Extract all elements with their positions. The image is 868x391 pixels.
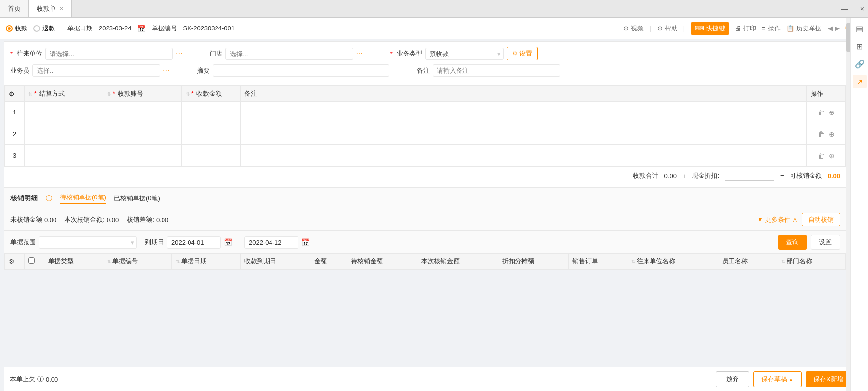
restore-icon[interactable]: □: [852, 5, 856, 13]
summary-field: 摘要: [197, 64, 389, 77]
stats-row: 未核销金额 0.00 本次核销金额: 0.00 核销差额: 0.00 ▼ 更多条…: [4, 209, 846, 230]
table-gear-icon[interactable]: ⚙: [9, 90, 15, 98]
history-btn[interactable]: 📋 历史单据: [787, 24, 822, 33]
diff-value: 0.00: [156, 216, 168, 223]
radio-receipt-dot: [6, 25, 13, 32]
date-icon[interactable]: 📅: [137, 25, 146, 32]
range-field: 单据范围: [10, 236, 137, 249]
counterpart-input[interactable]: [45, 48, 173, 60]
bottom-right: 放弃 保存草稿 ▲ 保存&新增 ▲: [716, 371, 858, 387]
store-more-icon[interactable]: ···: [356, 49, 362, 58]
table-gear-icon-2[interactable]: ⚙: [9, 258, 15, 265]
sidebar-grid-icon[interactable]: ⊞: [853, 39, 867, 53]
row-3-copy-icon[interactable]: ⊕: [829, 152, 835, 160]
salesman-more-icon[interactable]: ···: [163, 66, 169, 75]
row-1-remark[interactable]: [241, 102, 807, 123]
help-btn[interactable]: ⊙ 帮助: [657, 24, 678, 33]
query-button[interactable]: 查询: [778, 235, 807, 250]
pending-tab[interactable]: 待核销单据(0笔): [60, 193, 106, 204]
operation-btn[interactable]: ≡ 操作: [762, 24, 781, 33]
row-2-action: 🗑 ⊕: [807, 123, 846, 145]
row-3-amount[interactable]: [182, 145, 241, 167]
row-3-account[interactable]: [103, 145, 182, 167]
row-3-settle[interactable]: [25, 145, 103, 167]
next-icon[interactable]: ▶: [835, 25, 840, 32]
row-3-delete-icon[interactable]: 🗑: [818, 152, 825, 160]
date-to-input[interactable]: [244, 236, 298, 249]
date-value: 2023-03-24: [99, 25, 132, 32]
row-1-amount[interactable]: [182, 102, 241, 123]
sidebar-table-icon[interactable]: ▤: [853, 22, 867, 35]
close-icon[interactable]: ×: [860, 5, 864, 13]
store-input[interactable]: [225, 48, 353, 60]
verification-table: ⚙ 单据类型 ⇅ 单据编号 ⇅: [4, 253, 846, 269]
tab-home[interactable]: 首页: [0, 0, 29, 17]
tab-receipt[interactable]: 收款单 ×: [29, 0, 72, 17]
discount-input[interactable]: [725, 171, 774, 181]
plus-sign: +: [682, 172, 686, 180]
settings-button[interactable]: ⚙ ⚙ 设置 设置: [507, 47, 538, 60]
row-2-amount[interactable]: [182, 123, 241, 145]
row-2-remark[interactable]: [241, 123, 807, 145]
calendar-from-icon[interactable]: 📅: [224, 238, 232, 246]
shortcut-label: 快捷键: [706, 24, 725, 33]
row-1-delete-icon[interactable]: 🗑: [818, 109, 825, 116]
row-2-delete-icon[interactable]: 🗑: [818, 130, 825, 138]
date-label: 单据日期: [67, 24, 93, 33]
row-2-settle[interactable]: [25, 123, 103, 145]
filter-settings-button[interactable]: 设置: [811, 235, 840, 250]
number-col-header: ⇅ 单据编号: [103, 254, 172, 269]
this-time-stat: 本次核销金额: 0.00: [64, 215, 119, 224]
select-all-checkbox[interactable]: [28, 257, 35, 264]
save-draft-label: 保存草稿: [761, 375, 787, 384]
more-filter-btn[interactable]: ▼ 更多条件 ∧: [757, 215, 798, 224]
row-1-copy-icon[interactable]: ⊕: [829, 109, 835, 116]
remark-input[interactable]: [433, 64, 560, 77]
tab-close-icon[interactable]: ×: [60, 5, 63, 12]
sidebar-link-icon[interactable]: 🔗: [853, 57, 867, 71]
biz-type-select[interactable]: 预收款: [425, 48, 504, 60]
video-btn[interactable]: ⊙ 视频: [624, 24, 644, 33]
stat-info-icon[interactable]: ⓘ: [37, 375, 44, 384]
auto-verify-btn[interactable]: 自动核销: [802, 213, 840, 226]
filter-right: 查询 设置: [778, 235, 840, 250]
minimize-icon[interactable]: —: [841, 5, 848, 13]
remark-label: 备注: [417, 66, 430, 75]
prev-icon[interactable]: ◀: [828, 25, 833, 32]
sidebar-expand-icon[interactable]: ↗: [853, 75, 867, 88]
dept-col-header: ⇅ 部门名称: [777, 254, 846, 269]
row-2-account[interactable]: [103, 123, 182, 145]
employee-col-header: 员工名称: [718, 254, 777, 269]
scroll-thumb[interactable]: [846, 23, 850, 52]
calendar-to-icon[interactable]: 📅: [301, 238, 310, 246]
verification-info-icon[interactable]: ⓘ: [46, 194, 52, 203]
done-tab[interactable]: 已核销单据(0笔): [114, 194, 160, 203]
help-icon: ⊙: [657, 25, 663, 32]
settle-col-header: ⇅ * 结算方式: [25, 86, 103, 102]
gear-col-header[interactable]: ⚙: [5, 86, 25, 102]
date-from-input[interactable]: [167, 236, 221, 249]
date-col-header: ⇅ 单据日期: [171, 254, 240, 269]
print-btn[interactable]: 🖨 打印: [735, 24, 756, 33]
counterpart-more-icon[interactable]: ···: [176, 49, 182, 58]
radio-refund[interactable]: 退款: [33, 24, 55, 33]
bottom-stat: 本单上欠 ⓘ 0.00: [10, 375, 58, 384]
table-row: 1 🗑 ⊕: [5, 102, 846, 123]
row-2-copy-icon[interactable]: ⊕: [829, 130, 835, 138]
tab-home-label: 首页: [8, 4, 21, 13]
net-label: 可核销金额: [790, 171, 822, 180]
row-3-remark[interactable]: [241, 145, 807, 167]
range-select[interactable]: [39, 236, 137, 249]
summary-input[interactable]: [213, 64, 389, 77]
amount-col-header: ⇅ * 收款金额: [182, 86, 241, 102]
pending-col-header: 待核销金额: [347, 254, 417, 269]
shortcut-btn[interactable]: ⌨ 快捷键: [691, 22, 729, 35]
save-draft-button[interactable]: 保存草稿 ▲: [753, 371, 802, 387]
salesman-input[interactable]: [32, 64, 160, 77]
row-1-account[interactable]: [103, 102, 182, 123]
radio-receipt[interactable]: 收款: [6, 24, 27, 33]
abandon-button[interactable]: 放弃: [716, 371, 749, 387]
select-all-col[interactable]: [25, 254, 44, 269]
row-1-settle[interactable]: [25, 102, 103, 123]
scroll-area[interactable]: [846, 18, 850, 391]
